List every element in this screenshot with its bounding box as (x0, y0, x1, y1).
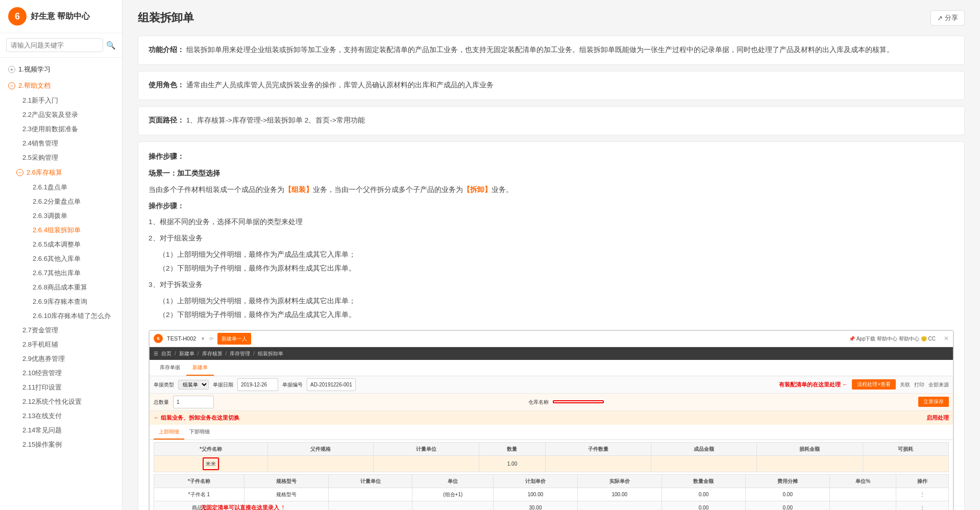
sidebar-logo: 6 好生意 帮助中心 (0, 0, 122, 33)
sidebar-item-2-6-8[interactable]: 2.6.8商品成本重算 (27, 280, 122, 295)
sidebar-search-bar: 🔍 (0, 33, 122, 58)
step3-sub2: （2）下部明细为子件明细，最终作为产成品生成其它入库单。 (159, 308, 954, 322)
sidebar-item-2-6-5[interactable]: 2.6.5成本调整单 (27, 237, 122, 252)
sidebar-item-purchase[interactable]: 2.5采购管理 (16, 151, 122, 165)
sidebar-item-data-prep[interactable]: 2.3使用前数据准备 (16, 122, 122, 136)
table-row: 米米 1.00 (154, 455, 949, 472)
ss-tab-list[interactable]: 库存单据 (154, 360, 186, 376)
ss-source-label[interactable]: 全部来源 (928, 380, 949, 390)
annotation-enable: 启用处理 (926, 412, 949, 423)
path-label: 页面路径： (149, 116, 184, 124)
nav-section-docs: − 2.帮助文档 2.1新手入门 2.2产品安装及登录 2.3使用前数据准备 2… (0, 78, 122, 452)
ss-nav-assembly[interactable]: 组装拆卸单 (258, 349, 283, 358)
sidebar-item-2-6-6[interactable]: 2.6.6其他入库单 (27, 252, 122, 266)
ss-nav-newdoc[interactable]: 新建单 (179, 349, 194, 358)
sidebar-item-docs-label: 2.帮助文档 (18, 81, 51, 90)
ss-th-plan-price: 计划单价 (494, 474, 578, 488)
ss-upper-table: *父件名称 父件规格 计量单位 数量 子件数量 成品金额 损耗金额 可损耗 (154, 442, 949, 472)
share-button[interactable]: ↗ 分享 (930, 10, 965, 26)
sidebar-item-2-6-9[interactable]: 2.6.9库存账本查询 (27, 295, 122, 309)
ss-th-parent-name: *父件名称 (154, 442, 268, 455)
sidebar-item-2-15[interactable]: 2.15操作案例 (16, 438, 122, 452)
sidebar-item-2-6-4[interactable]: 2.6.4组装拆卸单 (27, 223, 122, 237)
ss-sub-form-row: 总数量 1 仓库名称 立算保存 (150, 394, 953, 411)
step3-sub1: （1）上部明细为父件明细，最终作为原材料生成其它出库单； (159, 295, 954, 308)
ss-nav-inventory[interactable]: 库存核算 (202, 349, 223, 358)
ss-th-qty: 数量 (479, 442, 545, 455)
screenshot-container: 6 TEST-H002 ▼ ⟳ 新建单一人 📌 App下载 帮助中心 帮助中心 … (149, 330, 954, 510)
ss-spacer: ▼ (200, 334, 205, 344)
ss-date-input[interactable]: 2019-12-26 (237, 378, 278, 391)
ss-form-top-row: 单据类型 组装单 拆卸单 单据日期 2019-12-26 单据编号 AD-201… (150, 376, 953, 394)
sidebar-item-2-6-2[interactable]: 2.6.2分量盘点单 (27, 195, 122, 209)
sidebar-item-video-label: 1.视频学习 (18, 65, 51, 74)
minus-icon: − (8, 82, 15, 89)
annotation-assembly-list: 有装配清单的在这里处理 ← (779, 379, 848, 390)
ss-td-spec (267, 455, 373, 472)
sidebar-item-2-6-3[interactable]: 2.6.3调拨单 (27, 209, 122, 223)
minus-icon-inventory: − (16, 169, 23, 176)
ss-th-parent-spec: 父件规格 (267, 442, 373, 455)
ss-td-child-qty (545, 455, 651, 472)
ss-sidebar-toggle[interactable]: ☰ (154, 349, 158, 358)
sidebar-item-inventory[interactable]: − 2.6库存核算 (16, 165, 122, 180)
sidebar-item-2-12[interactable]: 2.12系统个性化设置 (16, 395, 122, 409)
ss-td-child-1[interactable]: *子件名 1 (154, 488, 244, 501)
sidebar-item-2-8[interactable]: 2.8手机旺辅 (16, 337, 122, 352)
table-row: *子件名 1 规格型号 (组合+1) 100.00 100.00 0.00 0.… (154, 488, 949, 501)
role-text: 通常由生产人员或库管人员完成拆装业务的操作，库管人员确认原材料的出库和产成品的入… (186, 81, 494, 89)
ss-nav-home[interactable]: 自页 (161, 349, 172, 358)
sidebar-item-docs[interactable]: − 2.帮助文档 (0, 78, 122, 93)
ss-td-amt-1: 0.00 (662, 488, 746, 501)
ss-count-input[interactable]: 1 (173, 396, 214, 408)
ss-warehouse-input[interactable] (553, 400, 604, 403)
ss-save-btn[interactable]: 立算保存 (918, 397, 949, 407)
sidebar-item-2-6-10[interactable]: 2.6.10库存账本错了怎么办 (27, 309, 122, 323)
ss-assoc-label[interactable]: 关联 (900, 380, 910, 390)
ss-th-child-unit: 计量单位 (328, 474, 412, 488)
ss-lower-tab-lower[interactable]: 下部明细 (184, 425, 215, 440)
ss-td-pct-1 (830, 488, 896, 501)
ss-tab-new[interactable]: 新建单 (186, 360, 214, 376)
sidebar-item-sales[interactable]: 2.4销售管理 (16, 136, 122, 151)
scenario1-title: 场景一：加工类型选择 (149, 167, 954, 180)
sidebar-item-2-7[interactable]: 2.7资金管理 (16, 323, 122, 337)
ss-td-parent-name[interactable]: 米米 (154, 455, 268, 472)
sidebar-item-2-6-7[interactable]: 2.6.7其他出库单 (27, 266, 122, 280)
ss-process-btn[interactable]: 流程处理+查看 (852, 379, 896, 390)
page-title: 组装拆卸单 (138, 10, 194, 26)
step1-text: 1、根据不同的业务，选择不同单据的类型来处理 (149, 215, 954, 229)
ss-nav-bar: ☰ 自页 / 新建单 / 库存核算 / 库存管理 / 组装拆卸单 (150, 347, 953, 360)
ops-steps-title: 操作步骤： (149, 200, 954, 213)
sidebar-item-2-14[interactable]: 2.14常见问题 (16, 423, 122, 438)
ss-lower-tab-upper[interactable]: 上部明细 (154, 425, 184, 440)
ss-doctype-label: 单据类型 (154, 380, 174, 390)
sidebar-item-2-9[interactable]: 2.9优惠券管理 (16, 352, 122, 366)
sidebar-item-2-13[interactable]: 2.13在线支付 (16, 409, 122, 423)
sidebar-item-newbie[interactable]: 2.1新手入门 (16, 93, 122, 108)
ss-parent-input[interactable]: 米米 (203, 457, 219, 470)
ss-doctype-select[interactable]: 组装单 拆卸单 (178, 380, 209, 390)
ss-th-share: 费用分摊 (746, 474, 830, 488)
sidebar: 6 好生意 帮助中心 🔍 + 1.视频学习 − 2.帮助文档 2.1新手入门 2… (0, 0, 122, 510)
sidebar-item-video[interactable]: + 1.视频学习 (0, 62, 122, 77)
ss-docno-input[interactable]: AD-20191226-001 (307, 378, 356, 391)
ss-td-op-1[interactable]: ⋮ (896, 488, 949, 501)
ss-close-icon[interactable]: ✕ (944, 333, 949, 345)
sidebar-item-2-11[interactable]: 2.11打印设置 (16, 380, 122, 395)
ss-new-doc-btn[interactable]: 新建单一人 (217, 333, 251, 345)
sidebar-item-2-10[interactable]: 2.10经营管理 (16, 366, 122, 380)
sidebar-item-2-6-1[interactable]: 2.6.1盘点单 (27, 180, 122, 195)
ss-nav-wms[interactable]: 库存管理 (230, 349, 250, 358)
ss-print-label[interactable]: 打印 (914, 380, 924, 390)
search-input[interactable] (6, 38, 103, 52)
share-label: 分享 (945, 13, 958, 22)
ss-date-label: 单据日期 (213, 380, 233, 390)
sidebar-item-install[interactable]: 2.2产品安装及登录 (16, 108, 122, 122)
ss-upper-table-wrap: *父件名称 父件规格 计量单位 数量 子件数量 成品金额 损耗金额 可损耗 (150, 440, 953, 474)
path-card: 页面路径： 1、库存核算->库存管理->组装拆卸单 2、首页->常用功能 (138, 106, 965, 135)
ops-title: 操作步骤： (149, 150, 954, 163)
ss-lower-label-row: ← 组装业务、拆卸业务在这里切换 启用处理 (150, 411, 953, 425)
search-icon[interactable]: 🔍 (106, 41, 116, 50)
sidebar-nav: + 1.视频学习 − 2.帮助文档 2.1新手入门 2.2产品安装及登录 2.3… (0, 58, 122, 510)
